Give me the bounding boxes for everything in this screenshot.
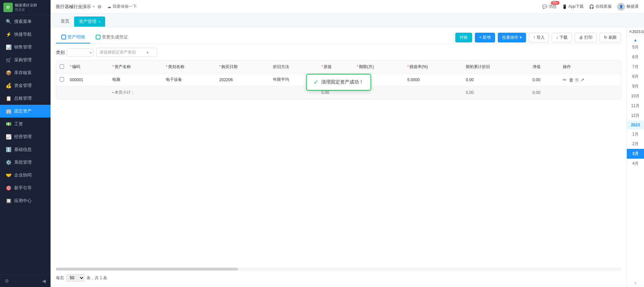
user-menu[interactable]: 👤 畅捷通 (617, 3, 639, 11)
batch-ops-label: 批量操作 (502, 35, 518, 40)
tab-home[interactable]: 首页 (56, 16, 74, 27)
sidebar-item-search[interactable]: 🔍 搜索菜单 (0, 15, 51, 28)
online-service-button[interactable]: 🎧 在线客服 (589, 4, 612, 9)
per-page-select[interactable]: 50 100 (66, 274, 85, 282)
app-download-label: App下载 (569, 4, 584, 9)
delete-icon[interactable]: 🗑 (569, 77, 574, 83)
download-icon: 📱 (562, 4, 567, 9)
asset-category-filter[interactable]: 请选择固定资产类别 ▾ (96, 48, 157, 57)
message-button[interactable]: 💬 消息 99+ (542, 4, 557, 9)
import-icon: ↑ (533, 35, 535, 40)
sidebar-item-apps[interactable]: 🔲 应用中心 (0, 194, 51, 207)
asset-category-placeholder: 请选择固定资产类别 (99, 50, 136, 55)
company-name: 医疗器械行业演示 (56, 4, 91, 10)
pagination: 每页 50 100 条，共 1 条 (56, 271, 621, 283)
sidebar-item-payroll[interactable]: 💵 工资 (0, 118, 51, 130)
new-button[interactable]: + 新增 (475, 33, 495, 42)
settings-icon[interactable]: ⚙ (5, 278, 9, 284)
sidebar-item-fixed-assets[interactable]: 🏢 固定资产 (0, 105, 51, 118)
system-icon: ⚙️ (5, 159, 11, 165)
batch-ops-button[interactable]: 批量操作 ▾ (498, 33, 526, 42)
app-download-button[interactable]: 📱 App下载 (562, 4, 584, 9)
sidebar-item-label: 快捷导航 (14, 31, 32, 37)
subtotal-rate (404, 86, 463, 99)
refresh-button[interactable]: ↻ 刷新 (600, 33, 621, 42)
message-icon: 💬 (542, 4, 547, 9)
sidebar-item-enterprise[interactable]: 🤝 企业协同 (0, 169, 51, 182)
tab-close-icon[interactable]: × (98, 20, 100, 24)
sidebar-item-system[interactable]: ⚙️ 系统管理 (0, 156, 51, 169)
company-selector[interactable]: 医疗器械行业演示 ▾ (56, 4, 95, 10)
sidebar-item-purchase[interactable]: 🛒 采购管理 (0, 54, 51, 66)
message-badge: 99+ (551, 1, 559, 5)
horizontal-scrollbar[interactable] (56, 267, 621, 271)
row-code: 000001 (67, 73, 110, 86)
sidebar-item-ledger[interactable]: 📋 总账管理 (0, 92, 51, 105)
app-name: 畅捷通好业财 (15, 3, 37, 7)
sidebar-item-sales[interactable]: 📊 销售管理 (0, 41, 51, 54)
subtab-asset-detail[interactable]: 资产明细 (56, 31, 90, 43)
right-panel-header: ✕ 2023.03 ⤢ (627, 27, 644, 36)
import-button[interactable]: ↑ 导入 (529, 33, 549, 42)
scrollbar-thumb[interactable] (56, 268, 238, 270)
month-10[interactable]: 10月 (627, 91, 644, 101)
close-panel-icon[interactable]: ✕ (629, 29, 632, 34)
import-label: 导入 (536, 35, 545, 40)
panel-year-label: 2023.03 (632, 30, 644, 34)
sidebar-item-inventory[interactable]: 📦 库存核算 (0, 66, 51, 79)
right-date-panel: ✕ 2023.03 ⤢ ▲ 5月 6月 7月 8月 9月 10月 11月 12月… (626, 27, 644, 287)
experience-icon: ☁ (107, 4, 111, 9)
month-5[interactable]: 5月 (627, 42, 644, 52)
tab-asset-management[interactable]: 资产管理 × (74, 17, 105, 27)
topbar-settings-icon[interactable]: ⚙ (97, 4, 102, 9)
category-select[interactable] (67, 49, 94, 57)
subtab-voucher-change[interactable]: 变更生成凭证 (90, 31, 133, 43)
content-main: 资产明细 变更生成凭证 对账 + 新增 批量操作 ▾ ↑ (51, 27, 626, 287)
copy-icon[interactable]: ⎘ (576, 77, 578, 83)
sidebar-item-operations[interactable]: 📈 经营管理 (0, 130, 51, 143)
tabbar: 首页 资产管理 × (51, 13, 644, 27)
month-1[interactable]: 1月 (627, 129, 644, 139)
month-3-active[interactable]: 3月 (627, 149, 644, 159)
month-6[interactable]: 6月 (627, 52, 644, 62)
select-all-checkbox[interactable] (60, 64, 64, 69)
col-period-months: *期限(月) (354, 61, 404, 73)
edit-icon[interactable]: ✏ (563, 77, 567, 83)
more-icon[interactable]: ↗ (580, 77, 584, 83)
col-depreciation-method: 折旧方法 (270, 61, 319, 73)
month-8[interactable]: 8月 (627, 72, 644, 82)
reconcile-button[interactable]: 对账 (455, 33, 472, 42)
month-2[interactable]: 2月 (627, 139, 644, 149)
sidebar-item-label: 总账管理 (14, 95, 32, 101)
subtotal-net: 0.00 (530, 86, 560, 99)
month-scroll-up-icon[interactable]: ▲ (634, 38, 638, 42)
fixed-assets-icon: 🏢 (5, 108, 11, 114)
sales-icon: 📊 (5, 44, 11, 50)
row-checkbox[interactable] (60, 77, 64, 82)
month-9[interactable]: 9月 (627, 82, 644, 91)
payroll-icon: 💵 (5, 121, 11, 127)
sidebar-item-guide[interactable]: 🎯 新手引导 (0, 182, 51, 194)
col-name: *资产名称 (110, 61, 163, 73)
subtotal-empty (56, 86, 110, 99)
sidebar-item-quicknav[interactable]: ⚡ 快捷导航 (0, 28, 51, 41)
print-label: 打印 (584, 35, 592, 40)
collapse-icon[interactable]: ◀ (42, 278, 46, 284)
month-7[interactable]: 7月 (627, 62, 644, 72)
category-filter: 类别 (56, 49, 94, 57)
month-12[interactable]: 12月 (627, 111, 644, 121)
month-11[interactable]: 11月 (627, 101, 644, 111)
experience-button[interactable]: ☁ 我要体验一下 (107, 4, 137, 9)
subtotal-label: 本页小计： (115, 90, 135, 95)
col-category: *类别名称 (163, 61, 217, 73)
print-button[interactable]: 🖨 打印 (575, 33, 597, 42)
month-4[interactable]: 4月 (627, 159, 644, 168)
asset-category-arrow-icon: ▾ (147, 50, 149, 55)
sidebar-item-basic-info[interactable]: ℹ️ 基础信息 (0, 143, 51, 156)
sidebar-item-funds[interactable]: 💰 资金管理 (0, 79, 51, 92)
download-button[interactable]: ↓ 下载 (552, 33, 572, 42)
quicknav-icon: ⚡ (5, 31, 11, 37)
batch-ops-arrow-icon: ▾ (520, 35, 522, 40)
month-scroll-down-icon[interactable]: ▼ (634, 281, 638, 286)
asset-detail-icon (61, 35, 66, 39)
